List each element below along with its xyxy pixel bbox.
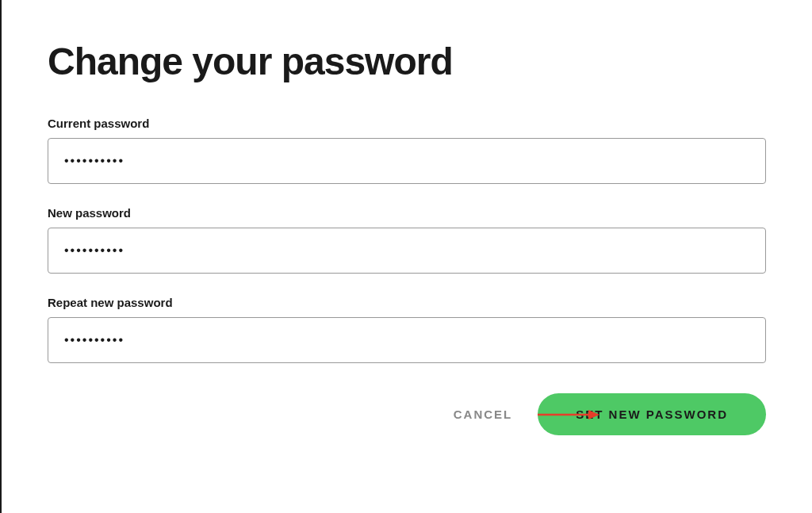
- set-new-password-button[interactable]: SET NEW PASSWORD: [538, 393, 766, 435]
- current-password-group: Current password: [48, 117, 766, 184]
- new-password-group: New password: [48, 206, 766, 274]
- button-row: CANCEL SET NEW PASSWORD: [48, 393, 766, 435]
- new-password-label: New password: [48, 206, 766, 220]
- repeat-password-input[interactable]: [48, 317, 766, 363]
- cancel-button[interactable]: CANCEL: [444, 395, 523, 434]
- page-title: Change your password: [48, 40, 766, 83]
- current-password-input[interactable]: [48, 138, 766, 184]
- new-password-input[interactable]: [48, 228, 766, 274]
- repeat-password-label: Repeat new password: [48, 296, 766, 309]
- change-password-form: Change your password Current password Ne…: [2, 0, 812, 435]
- repeat-password-group: Repeat new password: [48, 296, 766, 363]
- current-password-label: Current password: [48, 117, 766, 130]
